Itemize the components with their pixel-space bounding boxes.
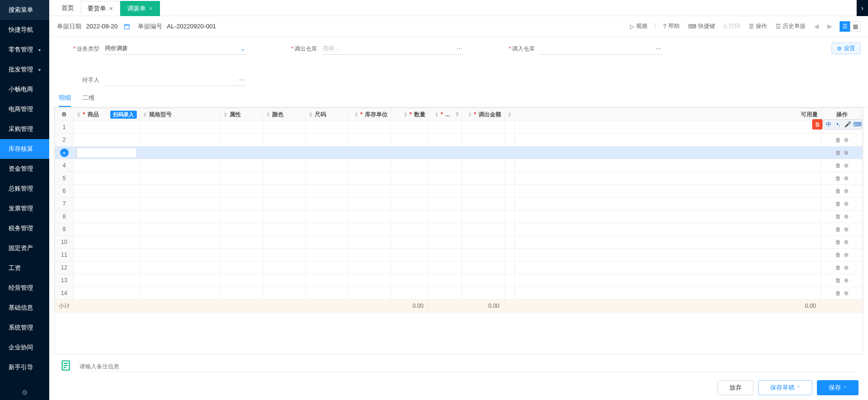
col-available[interactable]: 可用量 xyxy=(515,108,821,121)
col-amount[interactable]: ▲▼*调出金额 xyxy=(462,108,505,121)
cell[interactable] xyxy=(462,121,505,134)
cell[interactable] xyxy=(306,287,348,300)
insert-icon[interactable]: ⊕ xyxy=(844,226,849,233)
insert-icon[interactable]: ⊕ xyxy=(844,149,849,156)
delete-icon[interactable]: 🗑 xyxy=(835,175,841,182)
doc-date-value[interactable]: 2022-09-20 xyxy=(86,23,118,30)
cell[interactable] xyxy=(515,236,821,249)
table-row[interactable]: 9🗑⊕ xyxy=(55,223,863,236)
sidebar-item-16[interactable]: 系统管理 xyxy=(0,318,49,338)
sidebar-item-14[interactable]: 经营管理 xyxy=(0,278,49,298)
delete-icon[interactable]: 🗑 xyxy=(835,252,841,258)
delete-icon[interactable]: 🗑 xyxy=(835,137,841,143)
cell[interactable] xyxy=(462,159,505,172)
table-row[interactable]: 14🗑⊕ xyxy=(55,287,863,300)
cell[interactable] xyxy=(391,172,429,185)
cell[interactable] xyxy=(429,223,462,236)
col-spec[interactable]: ▲▼规格型号 xyxy=(140,108,221,121)
cell[interactable] xyxy=(391,147,429,159)
sidebar-item-5[interactable]: 电商管理 xyxy=(0,99,49,119)
cell[interactable] xyxy=(462,185,505,198)
cell[interactable] xyxy=(505,287,515,300)
cell-product[interactable] xyxy=(74,249,140,261)
cell[interactable] xyxy=(515,261,821,274)
cell[interactable] xyxy=(462,223,505,236)
prev-doc-button[interactable]: ◀ xyxy=(811,23,822,30)
cell[interactable] xyxy=(306,198,348,210)
cell[interactable] xyxy=(515,159,821,172)
cell[interactable] xyxy=(140,236,221,249)
sidebar-item-12[interactable]: 固定资产 xyxy=(0,238,49,258)
table-row[interactable]: 11🗑⊕ xyxy=(55,249,863,261)
ime-mic-icon[interactable]: 🎤 xyxy=(843,120,852,129)
tab-transfer[interactable]: 调拨单 ✕ xyxy=(120,1,160,16)
cell[interactable] xyxy=(505,159,515,172)
cell[interactable] xyxy=(515,147,821,159)
cell-product[interactable] xyxy=(74,236,140,249)
cell[interactable] xyxy=(391,223,429,236)
cell[interactable] xyxy=(263,172,306,185)
delete-icon[interactable]: 🗑 xyxy=(835,239,841,245)
cell-product[interactable] xyxy=(74,210,140,223)
col-unit[interactable]: ▲▼*库存单位 xyxy=(348,108,391,121)
cell[interactable] xyxy=(221,185,263,198)
sidebar-item-4[interactable]: 小畅电商 xyxy=(0,79,49,99)
in-warehouse-select[interactable]: ⋯ xyxy=(540,43,663,55)
cell[interactable] xyxy=(429,249,462,261)
sidebar-item-0[interactable]: 搜索菜单 xyxy=(0,0,49,20)
table-row[interactable]: 7🗑⊕ xyxy=(55,198,863,210)
insert-icon[interactable]: ⊕ xyxy=(844,175,849,182)
cell[interactable] xyxy=(221,287,263,300)
cell[interactable] xyxy=(429,198,462,210)
cell[interactable] xyxy=(221,121,263,134)
table-row[interactable]: 12🗑⊕ xyxy=(55,261,863,274)
out-warehouse-select[interactable]: 选择... ⋯ xyxy=(322,43,464,55)
cell[interactable] xyxy=(348,210,391,223)
cell[interactable] xyxy=(515,287,821,300)
cell[interactable] xyxy=(515,198,821,210)
cell[interactable] xyxy=(306,159,348,172)
cell[interactable] xyxy=(429,261,462,274)
sidebar-item-1[interactable]: 快捷导航 xyxy=(0,20,49,40)
cell[interactable] xyxy=(391,198,429,210)
tabs-next[interactable]: › xyxy=(857,0,868,16)
col-price[interactable]: ▲▼*... ? xyxy=(429,108,462,121)
cell[interactable] xyxy=(140,172,221,185)
cell[interactable] xyxy=(462,134,505,147)
sidebar-item-8[interactable]: 资金管理 xyxy=(0,159,49,179)
cell[interactable] xyxy=(140,210,221,223)
cell[interactable] xyxy=(306,185,348,198)
cell[interactable] xyxy=(140,134,221,147)
cell[interactable] xyxy=(515,274,821,287)
save-button[interactable]: 保存⌃ xyxy=(817,380,859,395)
cell[interactable] xyxy=(515,121,821,134)
list-view-button[interactable]: ☰ xyxy=(840,21,850,32)
table-row[interactable]: 10🗑⊕ xyxy=(55,236,863,249)
save-draft-button[interactable]: 保存草稿⌃ xyxy=(758,380,812,395)
cell-product[interactable] xyxy=(74,198,140,210)
ime-keyboard-icon[interactable]: ⌨ xyxy=(852,120,862,129)
cell[interactable] xyxy=(429,134,462,147)
cell[interactable] xyxy=(391,121,429,134)
cell[interactable] xyxy=(429,287,462,300)
cell-product[interactable] xyxy=(74,172,140,185)
cell[interactable] xyxy=(429,185,462,198)
cell[interactable] xyxy=(221,159,263,172)
cell[interactable] xyxy=(505,147,515,159)
sidebar-settings[interactable]: ⚙ xyxy=(0,385,49,400)
subtab-detail[interactable]: 明细 xyxy=(59,94,71,107)
add-row-button[interactable]: + xyxy=(60,148,69,157)
cell[interactable] xyxy=(348,134,391,147)
cell[interactable] xyxy=(221,274,263,287)
scan-chip[interactable]: 扫码录入 xyxy=(110,111,137,119)
history-button[interactable]: ☲历史单据 xyxy=(773,21,808,31)
cell[interactable] xyxy=(348,223,391,236)
shortcut-button[interactable]: ⌨快捷键 xyxy=(685,21,718,31)
cell[interactable] xyxy=(263,198,306,210)
col-gear[interactable]: ⚙ xyxy=(55,108,74,121)
close-icon[interactable]: ✕ xyxy=(149,6,153,12)
discard-button[interactable]: 放弃 xyxy=(717,380,753,395)
cell[interactable] xyxy=(505,198,515,210)
cell[interactable] xyxy=(462,287,505,300)
cell[interactable] xyxy=(391,210,429,223)
